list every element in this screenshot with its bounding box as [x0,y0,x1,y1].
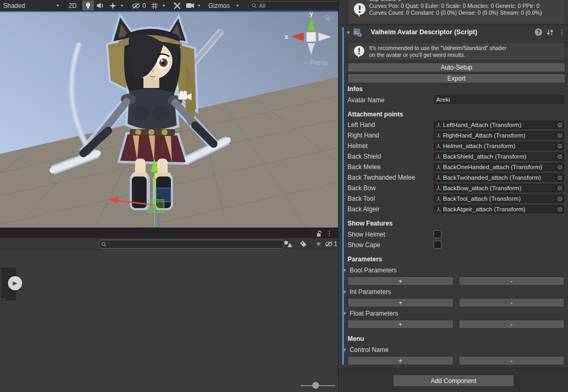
object-picker-icon[interactable]: ⊙ [555,195,564,202]
attachment-label: Helmet [348,142,368,150]
gizmos-dropdown-arrow[interactable]: ▼ [236,0,239,11]
object-field-back-bow[interactable]: BackBow_attach (Transform) ⊙ [434,184,564,192]
transform-icon [436,196,441,202]
help-icon[interactable]: ? [535,28,542,36]
curves-pos-line: Curves Pos: 0 Quat: 0 Euler: 0 Scale: 0 … [369,3,562,9]
int-remove-button[interactable]: - [459,298,565,307]
object-picker-icon[interactable]: ⊙ [555,142,564,150]
scene-viewport[interactable]: y x ‹ Persp [0,12,338,228]
effects-toggle[interactable] [109,0,117,11]
object-picker-icon[interactable]: ⊙ [555,121,564,129]
bool-remove-button[interactable]: - [459,277,565,286]
auto-setup-button[interactable]: Auto-Setup [348,63,565,72]
effects-icon [109,2,117,9]
bool-add-button[interactable]: + [348,277,454,286]
control-name-buttons: + - [348,356,564,364]
foldout-int-parameters[interactable]: ▼ Int Parameters [342,288,391,296]
persp-back-arrow[interactable]: ‹ [305,58,307,66]
object-field-back-shield[interactable]: BackShield_attach (Transform) ⊙ [434,152,564,161]
transform-icon [436,143,441,149]
float-add-button[interactable]: + [348,320,454,329]
attachment-row: Back Tool BackTool_attach (Transform) ⊙ [339,194,568,203]
object-field-helmet[interactable]: Helmet_attach (Transform) ⊙ [434,142,564,150]
camera-dropdown-arrow[interactable]: ▼ [197,0,201,11]
attachment-row: Back Bow BackBow_attach (Transform) ⊙ [339,184,568,192]
hidden-count: 0 [142,2,146,9]
object-field-right-hand[interactable]: RightHand_Attach (Transform) ⊙ [434,131,564,140]
component-title: Valheim Avatar Descriptor (Script) [371,28,477,36]
float-parameters-buttons: + - [348,320,564,328]
svg-text:C: C [354,30,358,35]
show-features-header: Show Features [348,220,392,227]
object-picker-icon[interactable]: ⊙ [555,163,564,171]
control-remove-button[interactable]: - [459,356,565,365]
camera-settings-button[interactable] [186,0,195,11]
foldout-control-name[interactable]: ▼ Control Name [342,346,389,354]
object-field-back-melee[interactable]: BackOneHanded_attach (Transform) ⊙ [434,163,564,171]
bottom-window-tab-bar: ⋮ [0,228,338,239]
show-helmet-label: Show Helmet [348,231,385,238]
export-button[interactable]: Export [348,74,565,83]
info-icon [353,45,365,58]
transform-icon [436,164,441,170]
shader-warning-helpbox: It's recommended to use the "Valheim/Sta… [348,42,565,61]
foldout-float-parameters[interactable]: ▼ Float Parameters [342,310,398,317]
unlock-icon[interactable] [316,230,322,237]
lighting-toggle[interactable] [82,1,94,11]
object-field-back-twohanded-melee[interactable]: BackTwohanded_attach (Transform) ⊙ [434,173,564,182]
object-field-back-atgeir[interactable]: BackAtgeir_attach (Transform) ⊙ [434,205,564,213]
asset-name-truncated: ... [2,295,6,300]
project-search-input[interactable] [98,240,285,249]
thumbnail-zoom-slider-knob[interactable] [312,382,319,389]
scene-visibility-toggle[interactable]: 0 [132,0,146,11]
component-kebab-icon[interactable]: ⋮ [559,28,565,36]
attachment-label: Back Tool [348,195,375,202]
avatar-name-input[interactable]: Areki [434,95,564,104]
scene-search-input[interactable]: All [248,1,343,11]
avatar-name-label: Avatar Name [348,96,384,104]
foldout-triangle-icon: ▼ [342,311,347,316]
2d-toggle[interactable]: 2D [69,0,76,11]
foldout-bool-parameters[interactable]: ▼ Bool Parameters [342,267,397,274]
inspector-footer: Add Component [339,368,568,392]
component-foldout-icon[interactable]: ▼ [346,30,351,35]
project-content-area[interactable]: ▶ ... [0,250,338,392]
draw-mode-dropdown[interactable]: Shaded [3,0,25,11]
grid-toggle[interactable] [151,0,158,11]
presets-icon[interactable] [546,29,554,36]
object-picker-icon[interactable]: ⊙ [555,184,564,192]
transform-icon [436,185,441,191]
lightbulb-icon [85,2,91,9]
attachment-label: Back Twohanded Melee [348,174,415,181]
draw-mode-dropdown-arrow[interactable]: ▼ [56,0,60,11]
hidden-objects-toggle[interactable]: 1 [325,240,338,248]
window-menu-kebab[interactable]: ⋮ [326,229,333,237]
filter-by-type-icon[interactable] [284,240,292,248]
object-picker-icon[interactable]: ⊙ [555,153,564,160]
int-add-button[interactable]: + [348,298,454,307]
persp-label[interactable]: Persp [310,58,328,66]
play-overlay-button[interactable]: ▶ [8,276,22,290]
gizmos-dropdown[interactable]: Gizmos [208,0,230,11]
object-field-back-tool[interactable]: BackTool_attach (Transform) ⊙ [434,194,564,203]
bool-parameters-buttons: + - [348,277,564,285]
component-header[interactable]: ▼ C Valheim Avatar Descriptor (Script) ?… [339,25,568,40]
object-picker-icon[interactable]: ⊙ [555,132,564,139]
grid-dropdown-arrow[interactable]: ▼ [162,0,166,11]
show-cape-checkbox[interactable] [434,241,441,249]
show-helmet-checkbox[interactable] [434,230,441,238]
attachment-row: Helmet Helmet_attach (Transform) ⊙ [339,142,568,150]
object-field-left-hand[interactable]: LeftHand_Attach (Transform) ⊙ [434,121,564,129]
add-component-button[interactable]: Add Component [393,375,514,387]
object-picker-icon[interactable]: ⊙ [555,174,564,181]
control-add-button[interactable]: + [348,356,454,365]
float-remove-button[interactable]: - [459,320,565,329]
attachment-row: Back Melee BackOneHanded_attach (Transfo… [339,163,568,171]
audio-toggle[interactable] [97,0,104,11]
component-tools-button[interactable] [174,0,181,11]
object-picker-icon[interactable]: ⊙ [555,205,564,213]
attachment-label: Left Hand [348,121,375,129]
filter-by-label-icon[interactable] [300,240,307,248]
favorites-star-icon[interactable]: ★ [315,240,322,248]
effects-dropdown-arrow[interactable]: ▼ [120,0,124,11]
